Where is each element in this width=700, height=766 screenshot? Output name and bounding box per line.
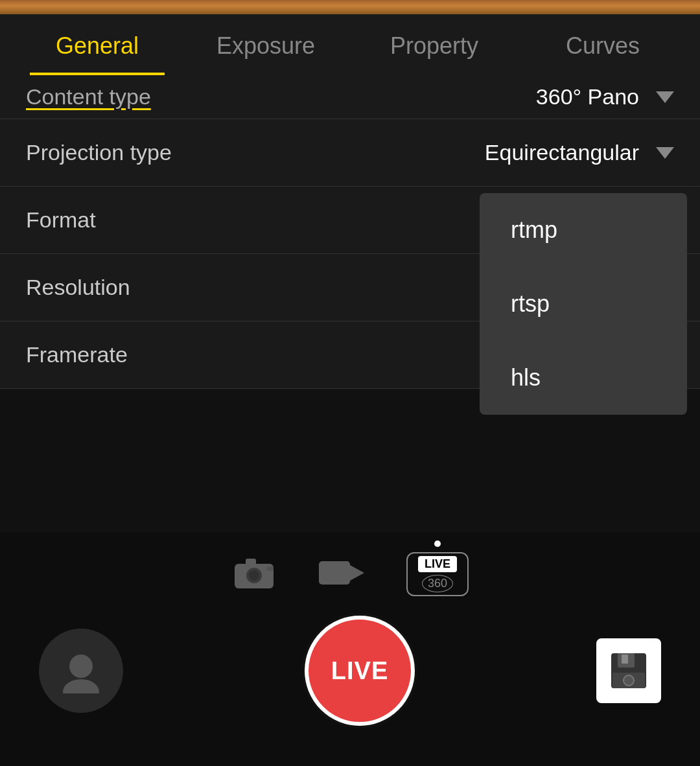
- svg-rect-3: [246, 559, 256, 565]
- svg-rect-12: [622, 655, 628, 664]
- top-image-strip: [0, 0, 700, 14]
- dropdown-item-rtsp[interactable]: rtsp: [480, 267, 687, 341]
- svg-point-7: [69, 655, 93, 678]
- bottom-toolbar: LIVE 360 LIVE: [0, 533, 700, 766]
- tabs-bar: General Exposure Property Curves: [0, 14, 700, 75]
- tab-curves[interactable]: Curves: [519, 14, 687, 75]
- live-button-label: LIVE: [331, 657, 388, 685]
- live-badge: LIVE: [418, 556, 457, 572]
- svg-rect-5: [319, 561, 350, 585]
- svg-point-13: [624, 675, 634, 686]
- selected-mode-dot: [434, 540, 441, 547]
- format-dropdown-menu: rtmp rtsp hls: [480, 193, 687, 415]
- format-label: Format: [26, 207, 96, 233]
- mode-icons-row: LIVE 360: [231, 552, 469, 596]
- format-row[interactable]: Format rtmp rtsp hls: [0, 187, 700, 254]
- camera-mode-button[interactable]: [231, 553, 277, 595]
- svg-marker-6: [350, 565, 364, 581]
- content-type-value[interactable]: 360° Pano: [536, 84, 674, 110]
- dropdown-item-rtmp[interactable]: rtmp: [480, 193, 687, 267]
- svg-point-8: [63, 679, 99, 693]
- live360-mode-button[interactable]: LIVE 360: [406, 552, 469, 596]
- content-type-label: Content type: [26, 84, 151, 110]
- projection-type-value[interactable]: Equirectangular: [485, 140, 674, 165]
- content-type-dropdown-arrow: [656, 91, 674, 103]
- video-mode-button[interactable]: [316, 553, 368, 595]
- live-360-label: 360: [422, 575, 453, 592]
- resolution-label: Resolution: [26, 275, 130, 300]
- control-row: LIVE: [0, 603, 700, 739]
- dropdown-item-hls[interactable]: hls: [480, 341, 687, 415]
- live-record-button[interactable]: LIVE: [305, 616, 415, 726]
- settings-list: Content type 360° Pano Projection type E…: [0, 75, 700, 389]
- svg-rect-4: [267, 566, 274, 571]
- projection-type-label: Projection type: [26, 140, 172, 165]
- content-type-row[interactable]: Content type 360° Pano: [0, 75, 700, 119]
- tab-general[interactable]: General: [13, 14, 181, 75]
- save-button[interactable]: [596, 638, 661, 703]
- framerate-label: Framerate: [26, 342, 128, 367]
- projection-type-row[interactable]: Projection type Equirectangular: [0, 119, 700, 187]
- avatar[interactable]: [39, 629, 123, 713]
- svg-point-2: [249, 570, 259, 581]
- tab-exposure[interactable]: Exposure: [181, 14, 350, 75]
- projection-type-dropdown-arrow: [656, 147, 674, 159]
- tab-property[interactable]: Property: [350, 14, 519, 75]
